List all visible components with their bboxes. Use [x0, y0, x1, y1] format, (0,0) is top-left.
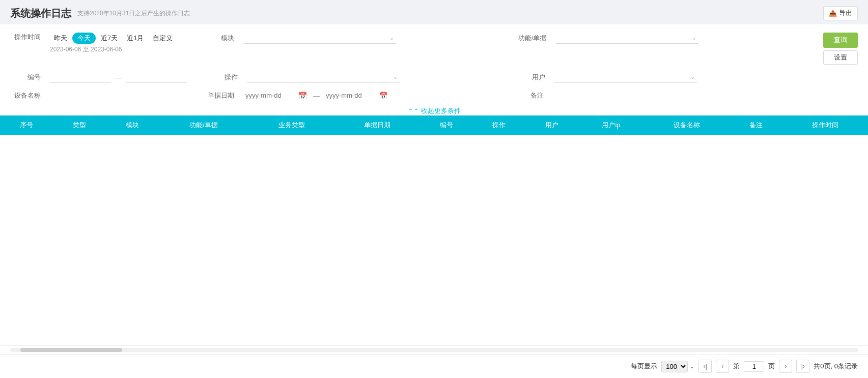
module-chevron-icon: ⌄: [389, 35, 394, 41]
table-header-row: 序号 类型 模块 功能/单据 业务类型 单据日期 编号 操作 用户 用户ip 设…: [0, 115, 868, 135]
time-btn-custom[interactable]: 自定义: [149, 33, 177, 44]
module-label: 模块: [204, 34, 234, 43]
col-module: 模块: [106, 115, 159, 135]
time-btn-yesterday[interactable]: 昨天: [50, 33, 71, 44]
page-size-select[interactable]: 100 50 200: [661, 361, 688, 372]
export-button[interactable]: 📤 导出: [823, 6, 858, 20]
scrollbar-thumb[interactable]: [20, 348, 122, 352]
page-title: 系统操作日志: [10, 7, 71, 20]
func-select[interactable]: [556, 33, 698, 43]
calendar-end-icon[interactable]: 📅: [379, 92, 387, 100]
scrollbar-track: [10, 348, 858, 352]
prev-page-button[interactable]: ‹: [716, 360, 729, 373]
func-chevron-icon: ⌄: [692, 35, 696, 41]
time-btn-1month[interactable]: 近1月: [123, 33, 148, 44]
device-label: 设备名称: [10, 91, 41, 100]
page-label: 第: [733, 362, 740, 371]
total-label: 共0页, 0条记录: [814, 362, 858, 371]
remark-label: 备注: [513, 91, 544, 100]
page-size-chevron-icon: ⌄: [690, 363, 694, 370]
col-op-time: 操作时间: [782, 115, 868, 135]
date-start-input[interactable]: [245, 92, 296, 99]
collapse-label: 收起更多条件: [421, 106, 461, 115]
action-label: 操作: [207, 73, 238, 82]
time-btn-today[interactable]: 今天: [72, 33, 96, 44]
page-unit: 页: [768, 362, 775, 371]
pagination-bar: 每页显示 100 50 200 ⌄ ‹| ‹ 第 页 › |› 共0页, 0条记…: [0, 354, 868, 378]
calendar-start-icon[interactable]: 📅: [298, 92, 307, 100]
export-icon: 📤: [829, 10, 837, 17]
voucher-date-label: 单据日期: [204, 91, 234, 100]
col-voucher-date: 单据日期: [334, 115, 420, 135]
remark-input[interactable]: [553, 90, 695, 101]
action-chevron-icon: ⌄: [393, 74, 398, 80]
number-label: 编号: [10, 73, 41, 82]
page-subtitle: 支持2020年10月31日之后产生的操作日志: [77, 9, 190, 18]
number-dash: —: [115, 74, 122, 81]
col-biz-type: 业务类型: [248, 115, 334, 135]
date-dash: —: [313, 92, 320, 100]
col-user: 用户: [525, 115, 578, 135]
per-page-label: 每页显示: [631, 362, 657, 371]
col-func: 功能/单据: [158, 115, 248, 135]
user-select[interactable]: [554, 72, 697, 82]
collapse-icon: ⌃⌃: [408, 107, 419, 115]
scrollbar-area[interactable]: [0, 345, 868, 354]
time-btn-7days[interactable]: 近7天: [97, 33, 122, 44]
action-select[interactable]: [247, 72, 400, 82]
col-type: 类型: [53, 115, 106, 135]
user-label: 用户: [515, 73, 545, 82]
page-number-input[interactable]: [744, 361, 764, 372]
func-label: 功能/单据: [516, 34, 547, 43]
empty-area: [0, 135, 868, 287]
col-user-ip: 用户ip: [578, 115, 644, 135]
number-input-end[interactable]: [126, 72, 187, 83]
time-range: 2023-06-06 至 2023-06-06: [50, 45, 177, 54]
time-label: 操作时间: [10, 33, 41, 42]
col-remark: 备注: [730, 115, 782, 135]
settings-button[interactable]: 设置: [823, 50, 858, 65]
export-label: 导出: [839, 9, 852, 18]
query-button[interactable]: 查询: [823, 33, 858, 48]
last-page-button[interactable]: |›: [796, 360, 809, 373]
next-page-button[interactable]: ›: [779, 360, 792, 373]
col-device: 设备名称: [644, 115, 730, 135]
user-chevron-icon: ⌄: [690, 74, 695, 80]
number-input-start[interactable]: [50, 72, 111, 83]
date-end-input[interactable]: [326, 92, 377, 99]
collapse-button[interactable]: ⌃⌃ 收起更多条件: [408, 106, 461, 115]
module-select[interactable]: [243, 33, 396, 43]
col-number: 编号: [420, 115, 473, 135]
device-input[interactable]: [50, 90, 182, 101]
first-page-button[interactable]: ‹|: [698, 360, 712, 373]
col-index: 序号: [0, 115, 53, 135]
col-action: 操作: [472, 115, 525, 135]
